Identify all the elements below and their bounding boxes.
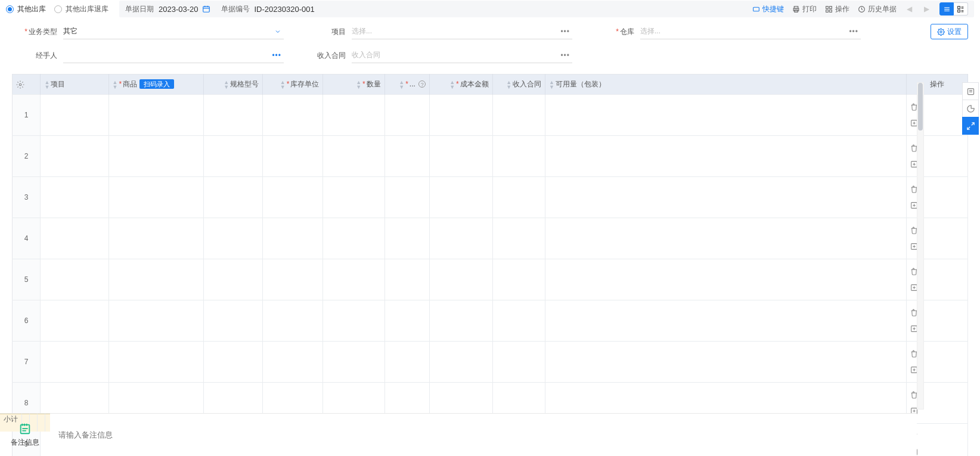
radio-other-out-label[interactable]: 其他出库 — [17, 4, 46, 14]
calendar-icon[interactable] — [202, 5, 210, 13]
svg-rect-18 — [958, 6, 960, 8]
more-icon[interactable]: ••• — [560, 27, 570, 36]
note-icon — [18, 422, 32, 435]
table-row[interactable]: 3 — [13, 177, 968, 218]
row-number: 1 — [13, 95, 41, 136]
doc-no-value: ID-20230320-001 — [255, 5, 315, 14]
svg-rect-4 — [753, 7, 759, 11]
warehouse-select[interactable]: 选择... ••• — [640, 24, 861, 39]
table-row[interactable]: 6 — [13, 300, 968, 342]
svg-point-24 — [940, 30, 942, 32]
more-icon[interactable]: ••• — [849, 27, 858, 36]
row-number: 4 — [13, 218, 41, 259]
col-product[interactable]: *商品扫码录入 — [108, 75, 203, 95]
table-row[interactable]: 1 — [13, 95, 968, 136]
shortcut-button[interactable]: 快捷键 — [752, 4, 784, 14]
view-grid-button[interactable] — [954, 2, 968, 15]
income-contract-input[interactable]: 收入合同 ••• — [352, 48, 572, 63]
delete-row-icon[interactable] — [910, 432, 965, 440]
handler-label: 经手人 — [12, 51, 63, 61]
col-extra[interactable]: *... ? — [384, 75, 429, 95]
col-qty[interactable]: *数量 — [323, 75, 384, 95]
add-row-icon[interactable] — [910, 448, 965, 456]
doc-date-label: 单据日期 — [125, 4, 154, 14]
svg-rect-0 — [203, 7, 209, 12]
svg-rect-13 — [830, 10, 832, 12]
biz-type-label: *业务类型 — [12, 27, 63, 37]
help-icon[interactable]: ? — [418, 80, 426, 88]
more-icon[interactable]: ••• — [272, 51, 281, 60]
vertical-scrollbar[interactable] — [917, 82, 924, 410]
operate-button[interactable]: 操作 — [825, 4, 849, 14]
settings-button[interactable]: 设置 — [931, 24, 968, 39]
side-panel-3-button[interactable] — [962, 117, 979, 135]
remark-input[interactable] — [50, 414, 917, 456]
more-icon[interactable]: ••• — [560, 51, 570, 60]
row-number: 5 — [13, 259, 41, 300]
table-row[interactable]: 5 — [13, 259, 968, 300]
svg-rect-10 — [826, 6, 829, 8]
table-row[interactable]: 2 — [13, 136, 968, 177]
doc-date-value[interactable]: 2023-03-20 — [159, 5, 199, 14]
svg-point-25 — [19, 83, 21, 86]
handler-input[interactable]: ••• — [63, 48, 284, 63]
col-available[interactable]: 可用量（包装） — [545, 75, 906, 95]
svg-line-72 — [967, 126, 969, 129]
gear-icon[interactable] — [16, 80, 36, 89]
view-list-button[interactable] — [939, 2, 954, 15]
scan-button[interactable]: 扫码录入 — [139, 79, 174, 89]
income-contract-label: 收入合同 — [300, 51, 352, 61]
doc-no-label: 单据编号 — [221, 4, 250, 14]
data-grid[interactable]: 项目 *商品扫码录入 规格型号 *库存单位 *数量 *... ? *成本金额 收… — [12, 74, 968, 456]
table-row[interactable]: 7 — [13, 342, 968, 383]
col-project[interactable]: 项目 — [41, 75, 108, 95]
svg-rect-11 — [830, 6, 832, 8]
history-button[interactable]: 历史单据 — [858, 4, 897, 14]
svg-line-71 — [971, 122, 973, 125]
col-spec[interactable]: 规格型号 — [204, 75, 263, 95]
table-row[interactable]: 4 — [13, 218, 968, 259]
col-income-contract[interactable]: 收入合同 — [492, 75, 545, 95]
remark-tab[interactable]: 备注信息 — [0, 414, 50, 456]
side-panel-2-button[interactable] — [962, 100, 979, 117]
col-unit[interactable]: *库存单位 — [263, 75, 323, 95]
radio-other-out-return-label[interactable]: 其他出库退库 — [66, 4, 108, 14]
chevron-down-icon — [274, 28, 281, 35]
biz-type-select[interactable]: 其它 — [63, 24, 284, 39]
project-select[interactable]: 选择... ••• — [352, 24, 572, 39]
print-button[interactable]: 打印 — [792, 4, 817, 14]
svg-rect-21 — [958, 10, 960, 12]
row-number: 6 — [13, 300, 41, 342]
svg-rect-12 — [826, 10, 829, 12]
radio-other-out-return[interactable] — [54, 5, 62, 13]
radio-other-out[interactable] — [6, 5, 14, 13]
scrollbar-thumb[interactable] — [918, 83, 923, 131]
side-panel-1-button[interactable] — [962, 82, 979, 100]
next-doc-icon[interactable]: ▶ — [922, 5, 931, 13]
row-number: 3 — [13, 177, 41, 218]
row-number: 7 — [13, 342, 41, 383]
project-label: 项目 — [300, 27, 352, 37]
col-cost[interactable]: *成本金额 — [430, 75, 493, 95]
row-number: 2 — [13, 136, 41, 177]
remark-tab-label: 备注信息 — [11, 438, 39, 448]
prev-doc-icon[interactable]: ◀ — [905, 5, 914, 13]
col-actions: 操作 — [906, 75, 968, 95]
col-gear[interactable] — [13, 75, 41, 95]
warehouse-label: *仓库 — [589, 27, 640, 37]
